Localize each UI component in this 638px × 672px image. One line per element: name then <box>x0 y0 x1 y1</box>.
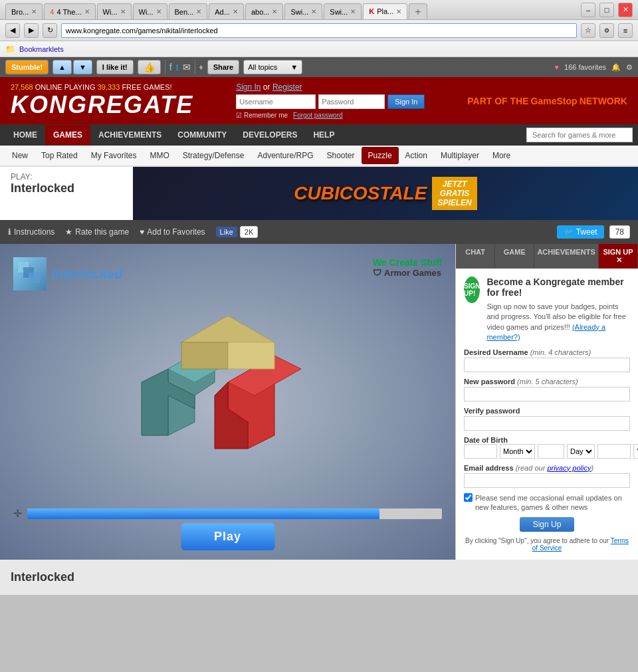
tab-signup[interactable]: SIGN UP ✕ <box>599 244 638 269</box>
thumbs-icon-button[interactable]: 👍 <box>138 60 161 74</box>
nav-help[interactable]: HELP <box>305 125 342 145</box>
browser-tab-8[interactable]: Swi... ✕ <box>284 3 322 19</box>
browser-tab-5[interactable]: Ben... ✕ <box>169 3 208 19</box>
reload-button[interactable]: ↻ <box>43 23 57 38</box>
privacy-link[interactable]: privacy policy <box>547 464 591 472</box>
verify-password-input[interactable] <box>464 416 630 431</box>
tab-close[interactable]: ✕ <box>156 8 161 15</box>
browser-tab-6[interactable]: Ad... ✕ <box>209 3 244 19</box>
favorites-item[interactable]: ♥ Add to Favorites <box>140 227 205 237</box>
cat-top-rated[interactable]: Top Rated <box>35 147 84 164</box>
username-input[interactable] <box>236 94 316 109</box>
dob-year[interactable] <box>597 444 631 459</box>
cat-new[interactable]: New <box>5 147 35 164</box>
register-link[interactable]: Register <box>272 82 302 92</box>
dob-month-select[interactable]: Month <box>500 444 535 459</box>
tab-close[interactable]: ✕ <box>31 8 37 15</box>
extensions-button[interactable]: ⚙ <box>599 23 614 38</box>
nav-developers[interactable]: DEVELOPERS <box>235 125 305 145</box>
cat-shooter[interactable]: Shooter <box>320 147 362 164</box>
like-widget[interactable]: Like 2K <box>216 226 259 238</box>
signup-content: SIGN UP! Become a Kongregate member for … <box>456 269 638 560</box>
browser-tab-1[interactable]: Bro... ✕ <box>5 3 43 19</box>
email-label: Email address (read our privacy policy) <box>464 464 630 472</box>
minimize-button[interactable]: – <box>581 3 595 17</box>
new-tab-button[interactable]: + <box>409 3 427 19</box>
cat-strategy[interactable]: Strategy/Defense <box>176 147 251 164</box>
game-screen: interlocked We Create Stuff 🛡 Armor Game… <box>0 244 455 560</box>
bookmarklets-link[interactable]: Bookmarklets <box>19 45 64 53</box>
cat-adventure[interactable]: Adventure/RPG <box>251 147 320 164</box>
dob-month[interactable] <box>464 444 497 459</box>
signup-button[interactable]: Sign Up <box>520 517 575 532</box>
browser-tab-2[interactable]: 4 4 The... ✕ <box>44 3 95 19</box>
favorites-count: 166 favorites <box>564 63 606 71</box>
play-button[interactable]: Play <box>181 523 274 550</box>
share-icon: ♦ <box>199 62 203 72</box>
share-button[interactable]: Share <box>207 60 240 74</box>
cat-action[interactable]: Action <box>399 147 434 164</box>
close-button[interactable]: ✕ <box>618 3 633 17</box>
tab-chat[interactable]: CHAT <box>456 244 495 269</box>
signin-link[interactable]: Sign In <box>236 82 261 92</box>
dob-year-select[interactable]: Year <box>633 444 638 459</box>
dob-day[interactable] <box>538 444 564 459</box>
topics-select[interactable]: All topics ▼ <box>243 60 302 74</box>
thumbs-up-button[interactable]: ▲ <box>53 60 72 74</box>
back-button[interactable]: ◀ <box>5 23 20 38</box>
kg-logo-text: KONGREGATE <box>11 91 193 119</box>
restore-button[interactable]: □ <box>599 3 614 17</box>
tweet-button[interactable]: 🐦 Tweet <box>557 225 604 239</box>
nav-search[interactable] <box>526 128 633 142</box>
password-label: New password (min. 5 characters) <box>464 378 630 386</box>
email-input[interactable] <box>464 473 630 488</box>
tab-close[interactable]: ✕ <box>396 8 401 15</box>
stumble-button[interactable]: Stumble! <box>5 60 49 74</box>
browser-tab-10[interactable]: K Pla... ✕ <box>363 3 407 19</box>
tab-close[interactable]: ✕ <box>84 8 90 15</box>
tab-label: Ben... <box>175 8 194 16</box>
cat-mmo[interactable]: MMO <box>143 147 175 164</box>
thumbs-down-button[interactable]: ▼ <box>73 60 92 74</box>
rate-item[interactable]: ★ Rate this game <box>65 227 129 237</box>
new-password-input[interactable] <box>464 387 630 401</box>
tab-close[interactable]: ✕ <box>350 8 356 15</box>
dob-day-select[interactable]: Day <box>567 444 595 459</box>
instructions-item[interactable]: ℹ Instructions <box>8 227 54 237</box>
tab-achievements[interactable]: ACHIEVEMENTS <box>534 244 598 269</box>
ilike-button[interactable]: I like it! <box>96 60 134 74</box>
nav-games[interactable]: GAMES <box>45 125 90 145</box>
signin-button[interactable]: Sign In <box>387 94 425 109</box>
svg-rect-2 <box>29 273 39 283</box>
tab-close[interactable]: ✕ <box>196 8 201 15</box>
nav-achievements[interactable]: ACHIEVEMENTS <box>90 125 169 145</box>
bookmark-star[interactable]: ☆ <box>581 23 595 38</box>
play-game-name: Interlocked <box>11 181 122 195</box>
browser-tab-3[interactable]: Wi... ✕ <box>97 3 132 19</box>
tab-label: Bro... <box>11 8 29 16</box>
email-updates-checkbox[interactable] <box>464 493 473 502</box>
forgot-link[interactable]: Forgot password <box>293 112 342 119</box>
tab-close[interactable]: ✕ <box>272 8 277 15</box>
online-count: 27,568 ONLINE PLAYING 39,333 FREE GAMES! <box>11 83 193 91</box>
tab-close[interactable]: ✕ <box>120 8 126 15</box>
forward-button[interactable]: ▶ <box>24 23 39 38</box>
cat-more[interactable]: More <box>486 147 517 164</box>
desired-username-input[interactable] <box>464 358 630 372</box>
cat-multiplayer[interactable]: Multiplayer <box>434 147 486 164</box>
tab-game[interactable]: GAME <box>495 244 534 269</box>
browser-tab-9[interactable]: Swi... ✕ <box>324 3 362 19</box>
browser-tab-7[interactable]: abo... ✕ <box>245 3 284 19</box>
nav-home[interactable]: HOME <box>5 125 45 145</box>
browser-tab-4[interactable]: Wi... ✕ <box>133 3 167 19</box>
cat-my-favorites[interactable]: My Favorites <box>84 147 144 164</box>
password-input[interactable] <box>318 94 385 109</box>
tab-close[interactable]: ✕ <box>233 8 238 15</box>
nav-community[interactable]: COMMUNITY <box>169 125 235 145</box>
address-bar[interactable] <box>61 23 577 38</box>
verify-group: Verify password <box>464 407 630 431</box>
tab-close[interactable]: ✕ <box>311 8 316 15</box>
fb-like-btn[interactable]: Like <box>216 227 237 237</box>
menu-button[interactable]: ≡ <box>618 23 633 38</box>
cat-puzzle[interactable]: Puzzle <box>362 147 399 164</box>
